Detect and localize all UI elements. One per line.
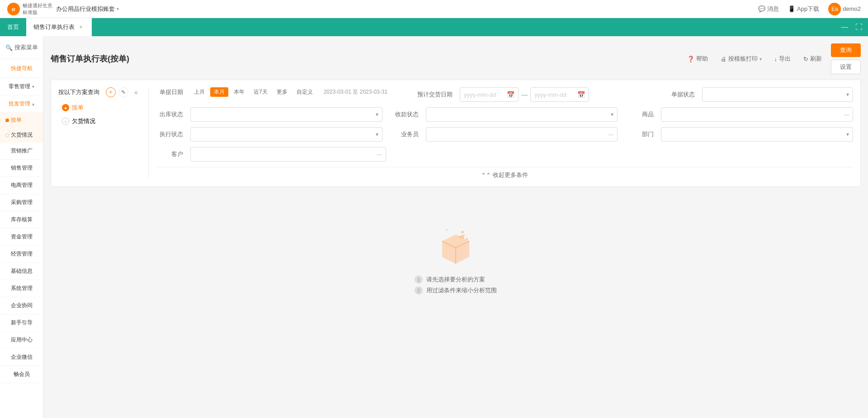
delivery-date-start-input[interactable]: yyyy-mm-dd 📅 xyxy=(460,87,519,102)
date-input-group: yyyy-mm-dd 📅 — yyyy-mm-dd 📅 xyxy=(460,87,589,102)
execution-status-label: 执行状态 xyxy=(156,130,183,138)
goods-select[interactable]: ··· xyxy=(661,107,853,122)
sidebar-item-enterprise-collab[interactable]: 企业协同 xyxy=(0,297,43,314)
empty-step-2: 2 用过滤条件来缩小分析范围 xyxy=(415,286,497,294)
sidebar-item-basic-info[interactable]: 基础信息 xyxy=(0,263,43,280)
date-tab-this-year[interactable]: 本年 xyxy=(230,87,248,97)
sidebar-item-finance[interactable]: 资金管理 xyxy=(0,228,43,246)
sidebar-item-system[interactable]: 系统管理 xyxy=(0,280,43,297)
collapse-more-conditions: ⌃⌃ 收起更多条件 xyxy=(156,167,853,179)
help-button[interactable]: ❓ 帮助 xyxy=(684,53,712,65)
collapse-more-button[interactable]: ⌃⌃ 收起更多条件 xyxy=(481,171,528,179)
status-select[interactable]: ▾ xyxy=(702,87,853,102)
filter-left-actions: + ✎ « xyxy=(106,87,141,97)
export-button[interactable]: ↓ 导出 xyxy=(771,53,795,65)
industry-selector[interactable]: 办公用品行业模拟账套 ▾ xyxy=(56,5,119,13)
sidebar-item-operations[interactable]: 经营管理 xyxy=(0,246,43,263)
date-range-text: 2023-03-01 至 2023-03-31 xyxy=(324,88,387,96)
tab-minimize-button[interactable]: — xyxy=(839,22,850,33)
empty-step-1: 1 请先选择要分析的方案 xyxy=(415,276,497,284)
scheme-item-by-order[interactable]: ● 按单 xyxy=(58,101,141,114)
top-header: 好 畅捷通好生意 标准版 办公用品行业模拟账套 ▾ 💬 消息 📱 App下载 E… xyxy=(0,0,868,18)
page-title: 销售订单执行表(按单) xyxy=(51,53,129,64)
sidebar-item-enterprise-wechat[interactable]: 企业微信 xyxy=(0,349,43,366)
filter-row-1: 单据日期 上月 本月 本年 近7天 更多 自定义 20 xyxy=(156,87,853,102)
sidebar-item-sales[interactable]: 销售管理 xyxy=(0,160,43,177)
customer-label: 客户 xyxy=(156,150,183,158)
collapse-panel-button[interactable]: « xyxy=(131,87,141,97)
page-actions: ❓ 帮助 🖨 按模板打印 ▾ ↓ 导出 ↻ 刷新 查询 xyxy=(684,43,861,74)
date-tab-custom[interactable]: 自定义 xyxy=(293,87,316,97)
tab-maximize-button[interactable]: ⛶ xyxy=(854,22,864,33)
sidebar-quick-nav[interactable]: 快捷导航 xyxy=(0,59,43,78)
settings-button[interactable]: 设置 xyxy=(831,60,861,74)
edit-scheme-button[interactable]: ✎ xyxy=(118,87,128,97)
print-icon: 🖨 xyxy=(721,56,726,62)
chevron-down-icon: ▾ xyxy=(846,131,849,138)
logo-area: 好 畅捷通好生意 标准版 xyxy=(7,2,52,15)
department-field: 部门 ▾ xyxy=(627,127,853,142)
date-filter: 上月 本月 本年 近7天 更多 自定义 2023-03-01 至 2023-03… xyxy=(190,87,387,97)
sidebar-item-ecommerce[interactable]: 电商管理 xyxy=(0,177,43,194)
user-profile[interactable]: Ea demo2 xyxy=(828,3,861,15)
sidebar-item-marketing[interactable]: 营销推广 xyxy=(0,142,43,160)
date-tab-last-7-days[interactable]: 近7天 xyxy=(250,87,271,97)
sidebar-item-app-center[interactable]: 应用中心 xyxy=(0,332,43,349)
salesperson-select[interactable]: ··· xyxy=(426,127,618,142)
sidebar-item-onboarding[interactable]: 新手引导 xyxy=(0,314,43,332)
help-icon: ❓ xyxy=(687,56,694,62)
sidebar-item-members[interactable]: 畅会员 xyxy=(0,366,43,383)
date-tab-this-month[interactable]: 本月 xyxy=(210,87,228,97)
print-button[interactable]: 🖨 按模板打印 ▾ xyxy=(717,53,765,65)
content-area: 销售订单执行表(按单) ❓ 帮助 🖨 按模板打印 ▾ ↓ 导出 ↻ 刷新 xyxy=(43,36,868,418)
avatar: Ea xyxy=(828,3,841,15)
execution-status-select[interactable]: ▾ xyxy=(190,127,382,142)
search-icon: 🔍 xyxy=(5,44,13,51)
customer-dots: ··· xyxy=(377,151,382,158)
scheme-item-shortage[interactable]: ○ 欠货情况 xyxy=(58,114,141,128)
expected-delivery-field: 预计交货日期 yyyy-mm-dd 📅 — yyyy-mm-dd 📅 xyxy=(412,87,659,102)
chevron-down-icon: ▾ xyxy=(376,131,378,138)
search-menu-button[interactable]: 🔍 搜索菜单 xyxy=(4,41,39,54)
refresh-icon: ↻ xyxy=(803,56,808,62)
filter-panel: 按以下方案查询 + ✎ « ● 按单 ○ 欠货情况 xyxy=(51,80,861,187)
status-field-label: 单据状态 xyxy=(668,90,695,99)
sidebar-item-retail[interactable]: 零售管理 ▾ xyxy=(0,78,43,95)
delivery-status-label: 出库状态 xyxy=(156,110,183,119)
submenu-item-shortage[interactable]: 欠货情况 xyxy=(0,128,43,142)
search-button[interactable]: 查询 xyxy=(831,43,861,57)
salesperson-label: 业务员 xyxy=(392,130,419,138)
tab-close-icon[interactable]: × xyxy=(77,24,85,31)
sidebar-item-wholesale[interactable]: 批发管理 ▴ xyxy=(0,95,43,113)
logo-text: 畅捷通好生意 标准版 xyxy=(23,2,52,15)
delivery-status-select[interactable]: ▾ xyxy=(190,107,382,122)
filter-right: 单据日期 上月 本月 本年 近7天 更多 自定义 20 xyxy=(149,87,853,179)
calendar-icon: 📅 xyxy=(507,91,514,98)
app-download-button[interactable]: 📱 App下载 xyxy=(788,5,819,13)
refresh-button[interactable]: ↻ 刷新 xyxy=(800,53,826,65)
department-label: 部门 xyxy=(627,130,654,138)
date-tab-last-month[interactable]: 上月 xyxy=(190,87,208,97)
filter-row-3: 执行状态 ▾ 业务员 ··· xyxy=(156,127,853,142)
date-tab-more[interactable]: 更多 xyxy=(273,87,291,97)
delivery-date-end-input[interactable]: yyyy-mm-dd 📅 xyxy=(530,87,589,102)
header-right: 💬 消息 📱 App下载 Ea demo2 xyxy=(758,3,861,15)
chevron-down-icon: ▾ xyxy=(376,111,378,118)
collection-status-select[interactable]: ▾ xyxy=(426,107,618,122)
add-scheme-button[interactable]: + xyxy=(106,87,116,97)
department-select[interactable]: ▾ xyxy=(661,127,853,142)
sidebar-item-inventory[interactable]: 库存核算 xyxy=(0,211,43,228)
wholesale-submenu: 按单 欠货情况 xyxy=(0,113,43,142)
svg-point-2 xyxy=(461,231,464,233)
customer-select[interactable]: ··· xyxy=(190,147,386,162)
empty-state-icon xyxy=(433,223,478,268)
tab-home[interactable]: 首页 xyxy=(0,18,26,36)
tab-active[interactable]: 销售订单执行表 × xyxy=(26,18,92,36)
submenu-item-by-order[interactable]: 按单 xyxy=(0,113,43,128)
inactive-scheme-dot: ○ xyxy=(62,118,69,125)
salesperson-field: 业务员 ··· xyxy=(392,127,618,142)
messages-button[interactable]: 💬 消息 xyxy=(758,5,779,13)
sidebar-item-purchasing[interactable]: 采购管理 xyxy=(0,194,43,211)
filter-scheme-title: 按以下方案查询 + ✎ « xyxy=(58,87,141,97)
tab-bar: 首页 销售订单执行表 × — ⛶ xyxy=(0,18,868,36)
